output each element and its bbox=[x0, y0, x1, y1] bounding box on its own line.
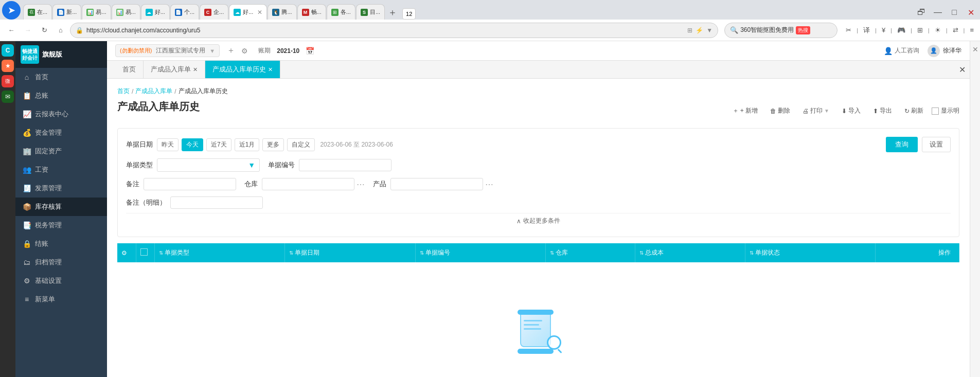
new-tab-button[interactable]: ＋ bbox=[385, 5, 400, 20]
warehouse-input[interactable] bbox=[262, 178, 354, 190]
tab-8-close-icon[interactable]: ✕ bbox=[257, 9, 262, 16]
tab-home[interactable]: 首页 bbox=[115, 61, 144, 78]
close-panel-icon[interactable]: ✕ bbox=[972, 45, 978, 53]
menu-icon[interactable]: ≡ bbox=[968, 25, 976, 35]
tab-11[interactable]: ⊞ 各... bbox=[327, 4, 355, 20]
sidebar-item-checkout[interactable]: 🔒 结账 bbox=[15, 235, 107, 253]
calendar-icon[interactable]: 📅 bbox=[306, 47, 314, 55]
forward-button[interactable]: → bbox=[21, 23, 35, 38]
sort-number-icon[interactable]: ⇅ bbox=[420, 250, 424, 256]
sidebar-item-home[interactable]: ⌂ 首页 bbox=[15, 68, 107, 86]
minimize-button[interactable]: — bbox=[931, 5, 945, 20]
restore-window-button[interactable]: 🗗 bbox=[914, 5, 929, 20]
number-input[interactable] bbox=[299, 159, 391, 171]
import-button[interactable]: ⬇ 导入 bbox=[838, 104, 865, 117]
th-gear[interactable]: ⚙ bbox=[117, 243, 136, 262]
tab-3[interactable]: 📊 易... bbox=[82, 4, 111, 20]
grid-icon[interactable]: ⊞ bbox=[915, 25, 925, 35]
human-service-button[interactable]: 👤 人工咨询 bbox=[884, 46, 919, 55]
tab-7[interactable]: C 企... bbox=[200, 4, 228, 20]
weibo-icon[interactable]: 微 bbox=[2, 75, 14, 87]
refresh-button[interactable]: ↻ 刷新 bbox=[900, 104, 928, 117]
new-button[interactable]: ＋ + 新增 bbox=[728, 104, 762, 117]
tab-1[interactable]: 在 在... bbox=[23, 4, 52, 20]
warehouse-more-icon[interactable]: ⋯ bbox=[357, 179, 365, 189]
product-more-icon[interactable]: ⋯ bbox=[485, 179, 493, 189]
tab-product-history-close-icon[interactable]: ✕ bbox=[268, 66, 273, 73]
sidebar-item-new-menu[interactable]: ≡ 新菜单 bbox=[15, 290, 107, 309]
tab-12[interactable]: S 目... bbox=[356, 4, 385, 20]
remark-input[interactable] bbox=[144, 178, 236, 190]
sort-cost-icon[interactable]: ⇅ bbox=[639, 250, 644, 256]
more-date-button[interactable]: 更多 bbox=[262, 138, 284, 151]
sort-date-icon[interactable]: ⇅ bbox=[289, 250, 293, 256]
add-account-button[interactable]: ＋ bbox=[227, 45, 235, 56]
close-all-tabs-button[interactable]: ✕ bbox=[959, 65, 966, 74]
tab-product-list[interactable]: 产成品入库单 ✕ bbox=[144, 61, 205, 78]
remark-detail-input[interactable] bbox=[170, 196, 263, 209]
settings-button[interactable]: 设置 bbox=[922, 137, 951, 152]
1month-button[interactable]: 近1月 bbox=[235, 138, 260, 151]
sidebar-item-payroll[interactable]: 👥 工资 bbox=[15, 160, 107, 179]
product-input[interactable] bbox=[390, 178, 483, 190]
custom-date-button[interactable]: 自定义 bbox=[287, 138, 315, 151]
collapse-button[interactable]: ∧ 收起更多条件 bbox=[126, 213, 951, 228]
tab-product-list-close-icon[interactable]: ✕ bbox=[193, 66, 198, 73]
lightning-icon[interactable]: ⚡ bbox=[696, 27, 703, 34]
yesterday-button[interactable]: 昨天 bbox=[157, 138, 179, 151]
sidebar-item-fixed-assets[interactable]: 🏢 固定资产 bbox=[15, 142, 107, 160]
sort-type-icon[interactable]: ⇅ bbox=[159, 250, 163, 256]
email-icon[interactable]: ✉ bbox=[2, 91, 14, 103]
tab-8-active[interactable]: ☁ 好... ✕ bbox=[229, 4, 267, 20]
sort-status-icon[interactable]: ⇅ bbox=[750, 250, 754, 256]
maximize-button[interactable]: □ bbox=[947, 5, 961, 20]
tab-4[interactable]: 📊 易... bbox=[112, 4, 140, 20]
export-button[interactable]: ⬆ 导出 bbox=[869, 104, 896, 117]
sync-icon[interactable]: ⇄ bbox=[951, 25, 960, 35]
sort-warehouse-icon[interactable]: ⇅ bbox=[550, 250, 554, 256]
sidebar-item-invoice-mgmt[interactable]: 🧾 发票管理 bbox=[15, 179, 107, 198]
display-checkbox[interactable] bbox=[932, 107, 939, 115]
sidebar-item-archive-mgmt[interactable]: 🗂 归档管理 bbox=[15, 253, 107, 272]
close-window-button[interactable]: ✕ bbox=[964, 5, 978, 20]
browser-icon[interactable]: ➤ bbox=[2, 1, 21, 20]
sidebar-item-inventory[interactable]: 📦 库存核算 bbox=[15, 198, 107, 216]
tab-2[interactable]: 📄 新... bbox=[52, 4, 81, 20]
translate-icon[interactable]: 译 bbox=[861, 25, 872, 36]
account-selector[interactable]: (勿删勿禁用) 江西服宝测试专用 ▼ bbox=[115, 44, 220, 57]
tab-6[interactable]: 📄 个... bbox=[170, 4, 199, 20]
tab-10[interactable]: M 畅... bbox=[297, 4, 326, 20]
query-button[interactable]: 查询 bbox=[886, 137, 918, 152]
print-button[interactable]: 🖨 打印 ▼ bbox=[798, 104, 833, 117]
dropdown-icon[interactable]: ▼ bbox=[706, 27, 712, 34]
chanjet-icon[interactable]: C bbox=[2, 44, 14, 57]
sidebar-item-cloud-report[interactable]: 📈 云报表中心 bbox=[15, 105, 107, 123]
app-icon-2[interactable]: ★ bbox=[2, 60, 14, 72]
sidebar-item-basic-settings[interactable]: ⚙ 基础设置 bbox=[15, 272, 107, 290]
search-bar[interactable]: 🔍 360智能抠图免费用 热搜 bbox=[724, 23, 838, 38]
delete-button[interactable]: 🗑 删除 bbox=[766, 104, 794, 117]
today-button[interactable]: 今天 bbox=[182, 138, 203, 151]
sidebar-item-fund-mgmt[interactable]: 💰 资金管理 bbox=[15, 123, 107, 142]
type-select[interactable]: ▼ bbox=[157, 158, 260, 172]
game-icon[interactable]: 🎮 bbox=[895, 25, 907, 35]
apps-icon[interactable]: ⊞ bbox=[687, 27, 692, 34]
back-button[interactable]: ← bbox=[4, 23, 19, 38]
sidebar-item-tax-mgmt[interactable]: 📑 税务管理 bbox=[15, 216, 107, 235]
brightness-icon[interactable]: ☀ bbox=[933, 25, 943, 35]
tab-9[interactable]: 🐧 腾... bbox=[268, 4, 296, 20]
column-settings-icon[interactable]: ⚙ bbox=[121, 249, 127, 257]
refresh-button[interactable]: ↻ bbox=[37, 23, 51, 38]
address-bar[interactable]: 🔒 https://cloud.chanjet.com/accounting/u… bbox=[70, 23, 718, 38]
breadcrumb-list[interactable]: 产成品入库单 bbox=[135, 87, 172, 96]
th-check[interactable] bbox=[136, 243, 154, 262]
home-button[interactable]: ⌂ bbox=[54, 23, 68, 38]
sidebar-item-general-ledger[interactable]: 📋 总账 bbox=[15, 86, 107, 105]
tab-5[interactable]: ☁ 好... bbox=[141, 4, 170, 20]
select-all-checkbox[interactable] bbox=[140, 248, 148, 256]
account-settings-icon[interactable]: ⚙ bbox=[241, 47, 248, 55]
scissors-icon[interactable]: ✂ bbox=[844, 25, 853, 35]
7days-button[interactable]: 近7天 bbox=[206, 138, 231, 151]
tab-product-history[interactable]: 产成品入库单历史 ✕ bbox=[205, 61, 280, 78]
breadcrumb-home[interactable]: 首页 bbox=[117, 87, 130, 96]
